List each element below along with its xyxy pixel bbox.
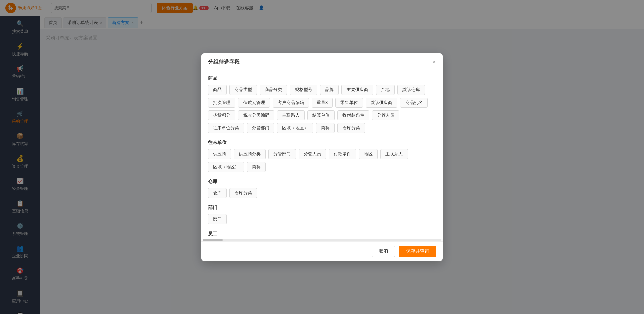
dialog-overlay xyxy=(0,0,644,50)
